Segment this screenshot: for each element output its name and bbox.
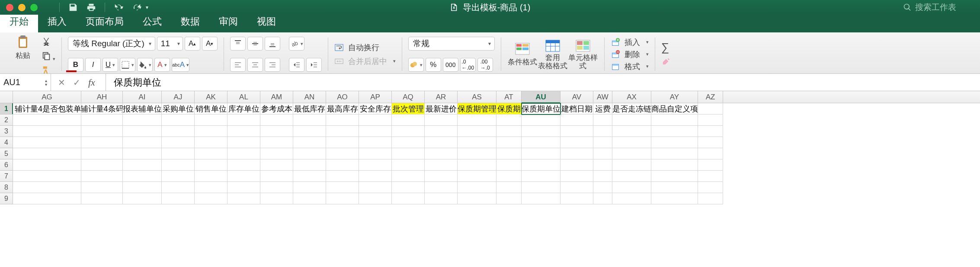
- cell[interactable]: [359, 159, 392, 171]
- cell[interactable]: [293, 159, 326, 171]
- cell[interactable]: [162, 126, 195, 137]
- cell[interactable]: [326, 126, 359, 137]
- column-header[interactable]: AM: [260, 91, 293, 103]
- cell[interactable]: [227, 114, 260, 126]
- cell[interactable]: [162, 193, 195, 204]
- cell[interactable]: [560, 114, 593, 126]
- column-header[interactable]: AR: [425, 91, 458, 103]
- cell[interactable]: [458, 171, 496, 182]
- cell[interactable]: [496, 137, 522, 148]
- phonetic-button[interactable]: abcA: [172, 58, 189, 72]
- clear-button[interactable]: [661, 57, 671, 68]
- column-header[interactable]: AY: [651, 91, 698, 103]
- cell[interactable]: [227, 137, 260, 148]
- cell[interactable]: [651, 171, 698, 182]
- cell[interactable]: [326, 159, 359, 171]
- cell[interactable]: [698, 159, 723, 171]
- cell[interactable]: [522, 182, 560, 193]
- cell[interactable]: [612, 126, 651, 137]
- column-header[interactable]: AS: [458, 91, 496, 103]
- cell[interactable]: [698, 114, 723, 126]
- cell[interactable]: [260, 148, 293, 159]
- cell[interactable]: 保质期管理: [458, 103, 496, 114]
- percent-button[interactable]: %: [426, 58, 441, 72]
- conditional-format-button[interactable]: 条件格式: [507, 41, 538, 67]
- enter-formula-button[interactable]: ✓: [73, 77, 80, 88]
- cell[interactable]: [593, 114, 612, 126]
- cell[interactable]: [392, 193, 425, 204]
- cell[interactable]: [326, 171, 359, 182]
- column-header[interactable]: AK: [195, 91, 227, 103]
- cell[interactable]: [123, 126, 162, 137]
- cell[interactable]: [162, 114, 195, 126]
- cell[interactable]: [13, 171, 81, 182]
- cell[interactable]: 保质期: [496, 103, 522, 114]
- increase-font-button[interactable]: A▴: [185, 37, 200, 51]
- cell[interactable]: [81, 193, 123, 204]
- cell[interactable]: [293, 114, 326, 126]
- search-input[interactable]: [915, 3, 976, 12]
- cell[interactable]: [260, 193, 293, 204]
- cell[interactable]: [326, 193, 359, 204]
- cell[interactable]: [227, 193, 260, 204]
- decrease-decimal-button[interactable]: .00→.0: [477, 58, 493, 72]
- cell[interactable]: [522, 137, 560, 148]
- cell[interactable]: [227, 182, 260, 193]
- cell[interactable]: [359, 126, 392, 137]
- cell[interactable]: [425, 171, 458, 182]
- font-size-select[interactable]: 11: [157, 37, 183, 51]
- cell[interactable]: [496, 171, 522, 182]
- cell[interactable]: [612, 159, 651, 171]
- format-cells-button[interactable]: 格式: [611, 61, 649, 72]
- cell[interactable]: [593, 148, 612, 159]
- cell[interactable]: [81, 171, 123, 182]
- row-header[interactable]: 2: [0, 114, 13, 126]
- cell[interactable]: [593, 182, 612, 193]
- cell[interactable]: [651, 126, 698, 137]
- cell[interactable]: [81, 137, 123, 148]
- cell[interactable]: [392, 137, 425, 148]
- cell[interactable]: [13, 159, 81, 171]
- copy-button[interactable]: [42, 51, 55, 63]
- cell[interactable]: [81, 148, 123, 159]
- tab-insert[interactable]: 插入: [38, 12, 76, 32]
- cell[interactable]: [425, 114, 458, 126]
- row-header[interactable]: 7: [0, 171, 13, 182]
- cell[interactable]: [496, 193, 522, 204]
- cell[interactable]: 销售单位: [195, 103, 227, 114]
- cell[interactable]: [458, 159, 496, 171]
- row-header[interactable]: 4: [0, 137, 13, 148]
- cell[interactable]: 是否走冻链: [612, 103, 651, 114]
- cell[interactable]: [392, 114, 425, 126]
- cell[interactable]: [612, 193, 651, 204]
- cell[interactable]: [195, 114, 227, 126]
- cell[interactable]: [458, 193, 496, 204]
- select-all-corner[interactable]: [0, 91, 13, 103]
- cell[interactable]: [496, 114, 522, 126]
- cell[interactable]: [458, 126, 496, 137]
- column-header[interactable]: AP: [359, 91, 392, 103]
- cell[interactable]: [81, 126, 123, 137]
- cell[interactable]: [651, 148, 698, 159]
- redo-button[interactable]: ▾: [132, 3, 141, 12]
- cell[interactable]: [81, 114, 123, 126]
- cell[interactable]: [496, 126, 522, 137]
- increase-indent-button[interactable]: [306, 58, 322, 72]
- cell[interactable]: [612, 171, 651, 182]
- cell[interactable]: [359, 182, 392, 193]
- currency-button[interactable]: [408, 58, 424, 72]
- cell[interactable]: [425, 126, 458, 137]
- tab-page-layout[interactable]: 页面布局: [76, 12, 133, 32]
- column-header[interactable]: AQ: [392, 91, 425, 103]
- cell[interactable]: [326, 114, 359, 126]
- cell[interactable]: [612, 137, 651, 148]
- cell[interactable]: [293, 182, 326, 193]
- cell[interactable]: 最高库存: [326, 103, 359, 114]
- tab-home[interactable]: 开始: [0, 12, 38, 32]
- cell[interactable]: [560, 148, 593, 159]
- cell[interactable]: [698, 126, 723, 137]
- wrap-text-button[interactable]: 自动换行: [334, 42, 396, 53]
- cell[interactable]: [13, 148, 81, 159]
- cell[interactable]: [195, 159, 227, 171]
- font-color-button[interactable]: A: [154, 58, 170, 72]
